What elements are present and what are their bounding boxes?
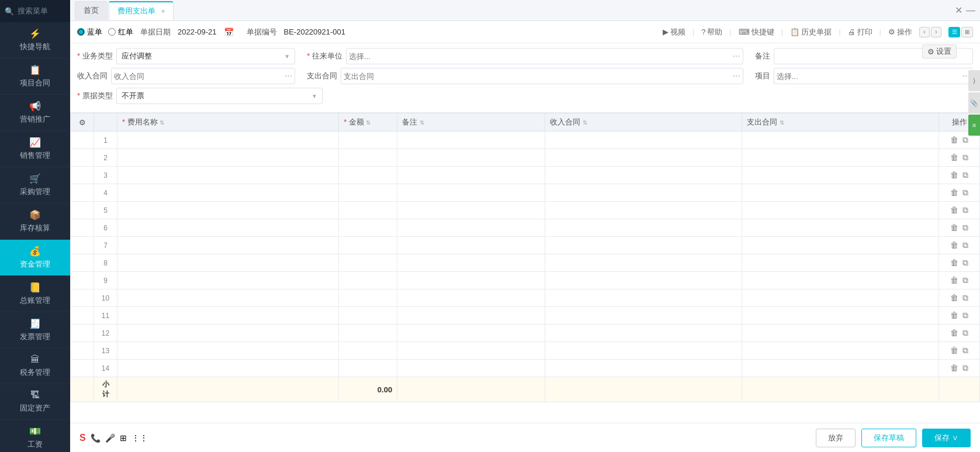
sidebar-item-accounting[interactable]: 📒总账管理 — [0, 276, 70, 312]
col-remark-header[interactable]: 备注 ⇅ — [397, 113, 545, 132]
row-expense-4[interactable] — [742, 184, 939, 202]
row-remark-13[interactable] — [397, 342, 545, 360]
footer-icon-phone[interactable]: 📞 — [91, 433, 101, 443]
col-name-header[interactable]: * 费用名称 ⇅ — [117, 113, 339, 132]
income-contract-ellipsis[interactable]: ··· — [285, 71, 292, 81]
row-expense-5[interactable] — [742, 202, 939, 219]
row-income-4[interactable] — [545, 184, 742, 202]
print-btn[interactable]: 🖨 打印 — [848, 27, 872, 37]
row-amount-13[interactable] — [339, 342, 397, 360]
row-name-6[interactable] — [117, 219, 339, 237]
sort-icon-expense[interactable]: ⇅ — [780, 119, 784, 126]
row-delete-10[interactable]: 🗑 — [949, 292, 960, 303]
edge-btn-1[interactable]: ⟩ — [968, 70, 980, 91]
row-copy-5[interactable]: ⧉ — [961, 204, 969, 216]
row-income-3[interactable] — [545, 167, 742, 184]
date-value[interactable]: 2022-09-21 — [178, 27, 217, 36]
expense-contract-input[interactable]: ··· — [341, 68, 743, 84]
row-copy-11[interactable]: ⧉ — [961, 309, 969, 322]
row-name-4[interactable] — [117, 184, 339, 202]
row-expense-1[interactable] — [742, 132, 939, 149]
row-name-9[interactable] — [117, 272, 339, 289]
row-amount-7[interactable] — [339, 237, 397, 254]
tab-expense[interactable]: 费用支出单 × — [109, 1, 174, 20]
row-delete-1[interactable]: 🗑 — [949, 134, 960, 146]
sort-icon[interactable]: ⇅ — [160, 119, 164, 126]
row-income-9[interactable] — [545, 272, 742, 289]
video-btn[interactable]: ▶ 视频 — [663, 27, 685, 37]
sidebar-item-funds[interactable]: 💰资金管理 — [0, 240, 70, 276]
row-remark-2[interactable] — [397, 149, 545, 167]
expense-contract-ellipsis[interactable]: ··· — [732, 71, 740, 81]
row-name-3[interactable] — [117, 167, 339, 184]
row-income-6[interactable] — [545, 219, 742, 237]
counterpart-ellipsis[interactable]: ··· — [732, 51, 740, 61]
counterpart-input[interactable]: ··· — [346, 48, 743, 64]
row-income-2[interactable] — [545, 149, 742, 167]
gear-icon-btn[interactable]: ⚙ — [79, 118, 86, 127]
row-copy-3[interactable]: ⧉ — [961, 169, 969, 181]
project-input[interactable]: ··· — [774, 68, 973, 84]
row-expense-14[interactable] — [742, 360, 939, 377]
row-income-5[interactable] — [545, 202, 742, 219]
row-income-1[interactable] — [545, 132, 742, 149]
row-amount-12[interactable] — [339, 325, 397, 342]
row-name-10[interactable] — [117, 289, 339, 307]
row-copy-7[interactable]: ⧉ — [961, 239, 969, 251]
col-amount-header[interactable]: * 金额 ⇅ — [339, 113, 397, 132]
row-remark-9[interactable] — [397, 272, 545, 289]
tab-home[interactable]: 首页 — [75, 1, 108, 20]
help-btn[interactable]: ? 帮助 — [701, 27, 722, 37]
radio-red-input[interactable] — [108, 28, 116, 36]
view-grid-btn[interactable]: ⊞ — [961, 27, 973, 37]
sidebar-search[interactable]: 🔍 搜索菜单 — [0, 0, 70, 22]
row-expense-2[interactable] — [742, 149, 939, 167]
edge-btn-3[interactable]: ≡ — [968, 115, 980, 136]
sidebar-item-payroll[interactable]: 💵工资 — [0, 420, 70, 452]
row-expense-6[interactable] — [742, 219, 939, 237]
row-expense-11[interactable] — [742, 307, 939, 325]
sidebar-item-sales[interactable]: 📈销售管理 — [0, 131, 70, 167]
row-remark-5[interactable] — [397, 202, 545, 219]
calendar-icon[interactable]: 📅 — [224, 27, 234, 37]
income-contract-input[interactable]: ··· — [111, 68, 295, 84]
row-delete-7[interactable]: 🗑 — [949, 239, 960, 251]
row-income-10[interactable] — [545, 289, 742, 307]
row-amount-10[interactable] — [339, 289, 397, 307]
row-expense-8[interactable] — [742, 254, 939, 272]
row-expense-10[interactable] — [742, 289, 939, 307]
shortcuts-btn[interactable]: ⌨ 快捷键 — [739, 27, 774, 37]
save-draft-button[interactable]: 保存草稿 — [861, 429, 916, 447]
footer-icon-grid[interactable]: ⊞ — [120, 433, 127, 443]
row-expense-7[interactable] — [742, 237, 939, 254]
col-income-header[interactable]: 收入合同 ⇅ — [545, 113, 742, 132]
window-close-btn[interactable]: ✕ — [955, 5, 962, 16]
row-name-5[interactable] — [117, 202, 339, 219]
sidebar-item-procurement[interactable]: 🛒采购管理 — [0, 167, 70, 203]
row-copy-14[interactable]: ⧉ — [961, 362, 969, 374]
save-button[interactable]: 保存 ∨ — [922, 429, 971, 447]
row-copy-10[interactable]: ⧉ — [961, 292, 969, 304]
row-copy-1[interactable]: ⧉ — [961, 134, 969, 146]
settings-button[interactable]: ⚙ 设置 — [922, 44, 957, 58]
income-contract-field[interactable] — [114, 72, 285, 81]
row-copy-9[interactable]: ⧉ — [961, 274, 969, 287]
row-delete-6[interactable]: 🗑 — [949, 222, 960, 233]
row-delete-9[interactable]: 🗑 — [949, 274, 960, 286]
row-remark-4[interactable] — [397, 184, 545, 202]
expense-contract-field[interactable] — [344, 72, 732, 81]
ops-btn[interactable]: ⚙ 操作 — [888, 27, 912, 37]
sidebar-item-project-contract[interactable]: 📋项目合同 — [0, 58, 70, 95]
row-expense-12[interactable] — [742, 325, 939, 342]
radio-blue[interactable]: 蓝单 — [77, 27, 102, 37]
row-delete-13[interactable]: 🗑 — [949, 344, 960, 356]
row-amount-8[interactable] — [339, 254, 397, 272]
row-remark-11[interactable] — [397, 307, 545, 325]
radio-red[interactable]: 红单 — [108, 27, 133, 37]
row-delete-2[interactable]: 🗑 — [949, 151, 960, 163]
row-name-7[interactable] — [117, 237, 339, 254]
sidebar-item-inventory[interactable]: 📦库存核算 — [0, 203, 70, 240]
edge-btn-2[interactable]: 📎 — [968, 92, 980, 113]
next-btn[interactable]: › — [931, 27, 941, 37]
sort-icon-remark[interactable]: ⇅ — [420, 119, 424, 126]
